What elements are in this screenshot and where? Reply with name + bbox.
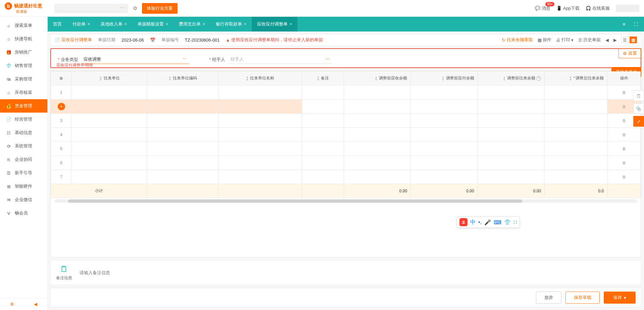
cell[interactable] bbox=[218, 170, 302, 184]
cell[interactable] bbox=[147, 170, 218, 184]
cell[interactable] bbox=[344, 114, 410, 128]
cell[interactable] bbox=[302, 100, 344, 114]
org-selector[interactable]: ﹀ bbox=[54, 4, 128, 13]
cell[interactable] bbox=[545, 100, 607, 114]
row-delete[interactable]: 🗑 bbox=[607, 142, 641, 156]
sidebar-item-11[interactable]: ☰新手引导 bbox=[0, 166, 47, 180]
cell[interactable] bbox=[411, 142, 478, 156]
cell[interactable] bbox=[302, 114, 344, 128]
table-row[interactable]: 3🗑 bbox=[51, 114, 641, 128]
tab-0[interactable]: 首页 bbox=[48, 17, 67, 32]
cell[interactable] bbox=[478, 114, 544, 128]
cell[interactable] bbox=[344, 100, 410, 114]
cell[interactable] bbox=[147, 100, 218, 114]
save-draft-button[interactable]: 保存草稿 bbox=[565, 292, 600, 304]
ime-keyboard-icon[interactable]: ⌨ bbox=[494, 219, 501, 226]
th-name[interactable]: ▲▼往来单位名称 bbox=[218, 71, 302, 85]
help-icon[interactable]: ? bbox=[536, 76, 541, 81]
next-doc-icon[interactable]: ▶ bbox=[613, 38, 617, 43]
history-link[interactable]: ☰ 历史单据 bbox=[578, 37, 601, 43]
cell[interactable] bbox=[72, 114, 147, 128]
cell[interactable] bbox=[302, 85, 344, 100]
cell[interactable] bbox=[302, 128, 344, 142]
ime-punct-icon[interactable]: •, bbox=[478, 219, 482, 225]
calendar-icon[interactable]: 📅 bbox=[150, 38, 155, 43]
ime-toolbox-icon[interactable]: ∷ bbox=[513, 219, 517, 226]
cell[interactable] bbox=[411, 128, 478, 142]
cell[interactable] bbox=[72, 156, 147, 170]
cell[interactable] bbox=[302, 142, 344, 156]
tab-expand-icon[interactable]: ⛶ bbox=[632, 20, 640, 28]
th-remark[interactable]: ▲▼备注 bbox=[302, 71, 344, 85]
th-ar[interactable]: ▲▼调整前应收余额 bbox=[344, 71, 410, 85]
tab-close-icon[interactable]: × bbox=[203, 22, 205, 26]
experience-button[interactable]: 体验行业方案 bbox=[142, 3, 178, 14]
cell[interactable] bbox=[545, 114, 607, 128]
cell[interactable] bbox=[411, 85, 478, 100]
tab-close-icon[interactable]: × bbox=[244, 22, 246, 26]
sidebar-item-7[interactable]: 📄经营管理 bbox=[0, 113, 47, 126]
cell[interactable] bbox=[411, 156, 478, 170]
sidebar-item-6[interactable]: 💰资金管理 bbox=[0, 99, 47, 113]
cell[interactable] bbox=[344, 170, 410, 184]
tab-6[interactable]: 应收应付调整单× bbox=[252, 17, 297, 32]
tab-5[interactable]: 银行存取款单× bbox=[210, 17, 252, 32]
cell[interactable] bbox=[411, 170, 478, 184]
cell[interactable] bbox=[478, 85, 544, 100]
th-bal[interactable]: ▲▼调整前往来余额? bbox=[478, 71, 544, 85]
table-row[interactable]: 4🗑 bbox=[51, 128, 641, 142]
cell[interactable] bbox=[478, 100, 544, 114]
tab-3[interactable]: 单据模板设置× bbox=[132, 17, 174, 32]
cell[interactable] bbox=[72, 100, 147, 114]
cell[interactable] bbox=[344, 156, 410, 170]
biztype-select[interactable]: 应收调整 ﹀ bbox=[82, 55, 189, 64]
table-row[interactable]: 6🗑 bbox=[51, 156, 641, 170]
th-gear[interactable]: ⚙ bbox=[51, 71, 72, 85]
cell[interactable] bbox=[545, 156, 607, 170]
tab-close-all-icon[interactable]: ✕ bbox=[620, 20, 628, 28]
cell[interactable] bbox=[478, 128, 544, 142]
attachment-tool-icon[interactable]: 📎 bbox=[633, 103, 644, 114]
date-value[interactable]: 2023-06-06 bbox=[121, 38, 144, 43]
cell[interactable] bbox=[478, 170, 544, 184]
expand-tool-icon[interactable]: ⤢ bbox=[633, 116, 644, 127]
table-row[interactable]: 7🗑 bbox=[51, 170, 641, 184]
prev-doc-icon[interactable]: ◀ bbox=[605, 38, 609, 43]
cell[interactable] bbox=[478, 142, 544, 156]
cell[interactable] bbox=[545, 85, 607, 100]
cell[interactable] bbox=[218, 85, 302, 100]
settings-button[interactable]: ⚙ 设置 bbox=[618, 48, 641, 58]
cell[interactable] bbox=[478, 156, 544, 170]
cell[interactable] bbox=[147, 156, 218, 170]
view-card-icon[interactable]: ▦ bbox=[630, 37, 637, 43]
cell[interactable] bbox=[344, 142, 410, 156]
table-row[interactable]: +🗑 bbox=[51, 100, 641, 114]
cell[interactable] bbox=[147, 128, 218, 142]
sidebar-item-2[interactable]: 🎁营销推广 bbox=[0, 46, 47, 59]
row-delete[interactable]: 🗑 bbox=[607, 156, 641, 170]
operations-menu[interactable]: ▦ 操作 bbox=[538, 37, 551, 43]
discard-button[interactable]: 放弃 bbox=[536, 292, 561, 304]
sidebar-item-9[interactable]: ⟳系统管理 bbox=[0, 139, 47, 153]
cell[interactable] bbox=[411, 114, 478, 128]
add-row-icon[interactable]: + bbox=[58, 103, 65, 110]
user-avatar[interactable] bbox=[616, 5, 639, 12]
cell[interactable] bbox=[344, 128, 410, 142]
sidebar-item-3[interactable]: 👕销售管理 bbox=[0, 59, 47, 72]
sidebar-item-12[interactable]: ⊞智能硬件 bbox=[0, 180, 47, 193]
app-download-link[interactable]: 📱 App下载 bbox=[556, 5, 580, 11]
th-after[interactable]: ▲▼*调整后往来余额 bbox=[545, 71, 607, 85]
cell[interactable] bbox=[218, 156, 302, 170]
horizontal-scrollbar[interactable] bbox=[55, 199, 637, 203]
tab-4[interactable]: 费用支出单× bbox=[174, 17, 210, 32]
sidebar-item-14[interactable]: V畅会员 bbox=[0, 206, 47, 220]
ime-skin-icon[interactable]: 👕 bbox=[504, 219, 511, 226]
sidebar-settings-icon[interactable]: ⚙ bbox=[10, 302, 14, 307]
cell[interactable] bbox=[302, 170, 344, 184]
sidebar-item-13[interactable]: ✉企业微信 bbox=[0, 193, 47, 206]
cell[interactable] bbox=[545, 142, 607, 156]
tab-close-icon[interactable]: × bbox=[125, 22, 127, 26]
cell[interactable] bbox=[302, 156, 344, 170]
ime-toolbar[interactable]: S 中 •, 🎤 ⌨ 👕 ∷ bbox=[456, 216, 520, 228]
cell[interactable] bbox=[218, 128, 302, 142]
